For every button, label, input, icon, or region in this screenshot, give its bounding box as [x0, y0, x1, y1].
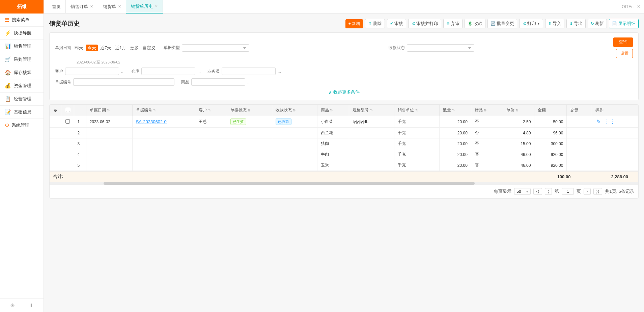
per-page-select[interactable]: 50 100 [514, 188, 531, 195]
date-tag-today[interactable]: 今天 [86, 45, 98, 51]
import-button[interactable]: ⬆ 导入 [545, 19, 564, 28]
date-tag-more[interactable]: 更多 [129, 45, 140, 51]
prev-page-button[interactable]: ⟨ [545, 188, 552, 195]
th-goods[interactable]: 商品 ⇅ [317, 105, 349, 116]
next-page-button[interactable]: ⟩ [584, 188, 591, 195]
salesperson-input[interactable] [222, 68, 276, 75]
tab-sales-order[interactable]: 销售订单 ✕ [66, 0, 98, 14]
row-checkbox[interactable] [65, 119, 70, 124]
date-tag-7days[interactable]: 近7天 [99, 45, 113, 51]
th-gear[interactable]: ⚙ [50, 105, 62, 116]
cell-check[interactable] [62, 149, 74, 160]
th-collect-status[interactable]: 收款状态 ⇅ [272, 105, 317, 116]
sidebar-item-sys-mgmt[interactable]: ⚙ 系统管理 [0, 119, 44, 132]
collect-status-tag: 已收款 [276, 119, 291, 125]
select-all-checkbox[interactable] [66, 108, 70, 112]
collapse-link[interactable]: ∧ 收起更多条件 [55, 89, 633, 95]
warehouse-picker-btn[interactable]: ... [197, 69, 201, 74]
sidebar-item-quick-nav[interactable]: ⚡ 快捷导航 [0, 27, 44, 40]
tab-sales-history-label: 销货单历史 [131, 3, 153, 9]
tab-sales-history[interactable]: 销货单历史 ✕ [126, 0, 163, 14]
date-tag-yesterday[interactable]: 昨天 [73, 45, 85, 51]
sidebar-item-basic-info[interactable]: 📝 基础信息 [0, 106, 44, 119]
cell-row-no: 5 [74, 160, 86, 171]
cell-check[interactable] [62, 116, 74, 128]
more-btn[interactable]: ⋮⋮ [603, 119, 616, 125]
abandon-icon: ⊖ [446, 21, 450, 26]
basic-info-icon: 📝 [5, 109, 11, 115]
cell-unit: 千克 [394, 128, 440, 138]
cell-row-no: 3 [74, 138, 86, 149]
abandon-button[interactable]: ⊖ 弃审 [443, 19, 463, 28]
cell-goods: 小白菜 [317, 116, 349, 128]
tab-sales-goods[interactable]: 销货单 ✕ [98, 0, 126, 14]
doc-no-link[interactable]: SA-20230602-0 [136, 119, 167, 124]
th-gift[interactable]: 赠品 ⇅ [471, 105, 503, 116]
sidebar-item-search-menu[interactable]: ☰ 搜索菜单 [0, 14, 44, 27]
sidebar-item-purchase-mgmt[interactable]: 🛒 采购管理 [0, 53, 44, 66]
sidebar-item-finance-mgmt[interactable]: 💰 资金管理 [0, 79, 44, 93]
sidebar-item-inventory[interactable]: 🏠 库存核算 [0, 66, 44, 79]
th-unit[interactable]: 销售单位 ⇅ [394, 105, 440, 116]
tab-sales-history-close[interactable]: ✕ [155, 4, 158, 8]
theme-icon[interactable]: ☀ [10, 302, 15, 309]
pause-icon[interactable]: ⏸ [28, 303, 33, 309]
set-button[interactable]: 设置 [616, 49, 633, 58]
cell-gift: 否 [471, 128, 503, 138]
page-number-input[interactable] [562, 188, 574, 195]
sidebar-item-label: 搜索菜单 [12, 17, 29, 23]
cell-check[interactable] [62, 138, 74, 149]
sidebar-item-sales-mgmt[interactable]: 📊 销售管理 [0, 40, 44, 53]
sidebar-item-ops-mgmt[interactable]: 📋 经营管理 [0, 93, 44, 106]
topbar-close-btn[interactable]: ✕ [637, 4, 641, 9]
salesperson-picker-btn[interactable]: ... [278, 69, 281, 74]
collect-status-select[interactable] [407, 44, 474, 52]
show-detail-button[interactable]: 📄 显示明细 [609, 19, 639, 28]
tab-sales-goods-close[interactable]: ✕ [118, 4, 121, 9]
table-row: 2 西兰花 千克 20.00 否 4.80 96.00 [50, 128, 638, 138]
review-print-button[interactable]: 🖨 审核并打印 [408, 19, 441, 28]
warehouse-input[interactable] [141, 68, 195, 75]
date-tag-1month[interactable]: 近1月 [114, 45, 128, 51]
cell-check[interactable] [62, 128, 74, 138]
th-price[interactable]: 单价 ⇅ [503, 105, 534, 116]
th-qty[interactable]: 数量 ⇅ [440, 105, 471, 116]
goods-picker-btn[interactable]: ... [247, 80, 251, 84]
review-button[interactable]: ✔ 审核 [387, 19, 406, 28]
last-page-button[interactable]: ⟩⟩ [593, 188, 602, 195]
query-button[interactable]: 查询 [613, 37, 633, 47]
first-page-button[interactable]: ⟨⟨ [533, 188, 542, 195]
cell-doc-status [227, 160, 272, 171]
new-button[interactable]: + 新增 [345, 19, 363, 28]
salesperson-filter-group: 业务员 ... [207, 68, 281, 75]
refresh-button[interactable]: ↻ 刷新 [588, 19, 607, 28]
tab-sales-order-close[interactable]: ✕ [90, 4, 93, 9]
th-check[interactable] [62, 105, 74, 116]
customer-input[interactable] [65, 68, 119, 75]
th-customer[interactable]: 客户 ⇅ [195, 105, 227, 116]
delete-button[interactable]: 🗑 删除 [365, 19, 385, 28]
export-button[interactable]: ⬇ 导出 [566, 19, 586, 28]
collect-button[interactable]: 💲 收款 [465, 19, 485, 28]
th-doc-no[interactable]: 单据编号 ⇅ [132, 105, 195, 116]
th-spec[interactable]: 规格型号 ⇅ [349, 105, 394, 116]
th-doc-status[interactable]: 单据状态 ⇅ [227, 105, 272, 116]
goods-input[interactable] [191, 78, 245, 86]
customer-picker-btn[interactable]: ... [121, 69, 124, 74]
sidebar-item-label: 资金管理 [14, 83, 31, 89]
scrollbar-thumb[interactable] [104, 182, 475, 185]
print-button[interactable]: 🖨 打印 ▼ [519, 19, 543, 28]
cell-check[interactable] [62, 160, 74, 171]
date-tags: 昨天 今天 近7天 近1月 更多 自定义 [73, 45, 157, 51]
edit-btn[interactable]: ✎ [595, 119, 602, 125]
import-icon: ⬆ [548, 21, 552, 26]
tab-home[interactable]: 首页 [47, 0, 66, 14]
cell-collect-status [272, 128, 317, 138]
date-tag-custom[interactable]: 自定义 [141, 45, 157, 51]
horizontal-scrollbar[interactable] [50, 182, 638, 184]
th-doc-date[interactable]: 单据日期 ⇅ [86, 105, 132, 116]
batch-change-button[interactable]: 🔄 批量变更 [487, 19, 517, 28]
cell-doc-date [86, 160, 132, 171]
doc-no-input[interactable] [73, 78, 174, 86]
doc-type-select[interactable] [182, 44, 249, 52]
